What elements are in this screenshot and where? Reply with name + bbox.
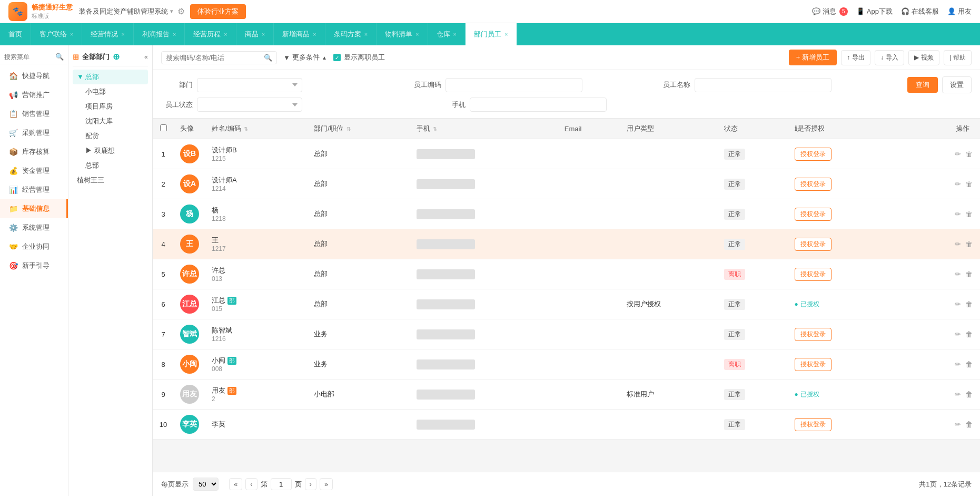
tab-close-icon[interactable]: × (504, 31, 508, 37)
edit-button[interactable]: ✏ (955, 150, 961, 158)
page-size-select[interactable]: 50 (193, 478, 219, 491)
nav-tab-部门员工[interactable]: 部门员工× (466, 23, 517, 45)
message-btn[interactable]: 💬 消息 5 (812, 7, 848, 16)
edit-button[interactable]: ✏ (955, 210, 961, 218)
tab-close-icon[interactable]: × (224, 31, 227, 37)
dept-item-all[interactable]: ▼ 总部 (73, 70, 148, 84)
dept-item-shenyang[interactable]: 沈阳大库 (81, 114, 148, 129)
dept-item-zongbu[interactable]: 总部 (81, 158, 148, 173)
set-button[interactable]: 设置 (942, 76, 972, 93)
more-filter-btn[interactable]: ▼ 更多条件 ▲ (283, 53, 327, 62)
sidebar-item-basic[interactable]: 📁基础信息 (0, 199, 68, 218)
delete-button[interactable]: 🗑 (965, 330, 973, 338)
dept-item-project[interactable]: 项目库房 (81, 99, 148, 114)
sidebar-item-quick-nav[interactable]: 🏠快捷导航 (0, 66, 68, 85)
query-button[interactable]: 查询 (907, 77, 938, 93)
sidebar-item-marketing[interactable]: 📢营销推广 (0, 85, 68, 104)
nav-tab-经营历程[interactable]: 经营历程× (185, 23, 236, 45)
dept-item-peihuo[interactable]: 配货 (81, 129, 148, 143)
delete-button[interactable]: 🗑 (965, 150, 973, 158)
edit-button[interactable]: ✏ (955, 270, 961, 278)
emp-code-input[interactable] (446, 78, 582, 92)
name-sort-icon[interactable]: ⇅ (244, 126, 248, 132)
title-dropdown-icon[interactable]: ▾ (170, 8, 173, 15)
delete-button[interactable]: 🗑 (965, 420, 973, 429)
nav-tab-首页[interactable]: 首页 (0, 23, 31, 45)
delete-button[interactable]: 🗑 (965, 210, 973, 218)
tab-close-icon[interactable]: × (415, 31, 419, 37)
edit-button[interactable]: ✏ (955, 390, 961, 398)
sidebar-item-system[interactable]: ⚙️系统管理 (0, 218, 68, 237)
search-input[interactable] (166, 54, 261, 62)
app-download-btn[interactable]: 📱 App下载 (856, 7, 893, 16)
tab-close-icon[interactable]: × (364, 31, 368, 37)
prev-page-btn[interactable]: ‹ (245, 478, 257, 490)
show-resigned-checkbox[interactable]: ✓ (333, 54, 341, 61)
auth-btn[interactable]: 授权登录 (795, 238, 831, 251)
auth-btn[interactable]: 授权登录 (795, 358, 831, 371)
edit-button[interactable]: ✏ (955, 240, 961, 248)
delete-button[interactable]: 🗑 (965, 180, 973, 188)
dept-tree-add-icon[interactable]: ⊕ (113, 52, 120, 62)
sidebar-item-guide[interactable]: 🎯新手引导 (0, 256, 68, 275)
nav-tab-利润报告[interactable]: 利润报告× (134, 23, 185, 45)
edit-button[interactable]: ✏ (955, 330, 961, 338)
sidebar-item-collab[interactable]: 🤝企业协同 (0, 237, 68, 256)
export-button[interactable]: ↑ 导出 (841, 50, 870, 65)
auth-btn[interactable]: 授权登录 (795, 178, 831, 191)
tab-close-icon[interactable]: × (121, 31, 124, 37)
edit-button[interactable]: ✏ (955, 180, 961, 188)
select-all-checkbox[interactable] (160, 124, 167, 131)
tab-close-icon[interactable]: × (453, 31, 457, 37)
gear-icon[interactable]: ⚙ (177, 6, 185, 16)
nav-tab-经营情况[interactable]: 经营情况× (82, 23, 133, 45)
emp-name-input[interactable] (695, 78, 831, 92)
nav-tab-条码方案[interactable]: 条码方案× (325, 23, 377, 45)
dept-item-xiaodian[interactable]: 小电部 (81, 84, 148, 99)
auth-btn[interactable]: 授权登录 (795, 268, 831, 281)
auth-btn[interactable]: 授权登录 (795, 328, 831, 341)
import-button[interactable]: ↓ 导入 (875, 50, 904, 65)
auth-btn[interactable]: 授权登录 (795, 208, 831, 221)
tab-close-icon[interactable]: × (313, 31, 316, 37)
delete-button[interactable]: 🗑 (965, 390, 973, 398)
nav-tab-物料清单[interactable]: 物料清单× (377, 23, 428, 45)
auth-btn[interactable]: 授权登录 (795, 418, 831, 431)
dept-filter-select[interactable] (197, 78, 302, 92)
try-button[interactable]: 体验行业方案 (190, 4, 246, 19)
user-btn[interactable]: 👤 用友 (947, 7, 972, 16)
sidebar-item-finance[interactable]: 💰资金管理 (0, 161, 68, 180)
sidebar-item-sales[interactable]: 📋销售管理 (0, 104, 68, 123)
search-menu-input[interactable] (4, 53, 52, 61)
help-button[interactable]: | 帮助 (944, 50, 972, 65)
nav-tab-客户联络[interactable]: 客户联络× (31, 23, 82, 45)
phone-sort-icon[interactable]: ⇅ (433, 126, 437, 132)
edit-button[interactable]: ✏ (955, 300, 961, 308)
nav-tab-新增商品[interactable]: 新增商品× (274, 23, 325, 45)
delete-button[interactable]: 🗑 (965, 360, 973, 368)
emp-status-select[interactable] (197, 98, 302, 112)
phone-input[interactable] (470, 98, 607, 112)
delete-button[interactable]: 🗑 (965, 270, 973, 278)
dept-item-shuanglu[interactable]: ▶ 双鹿想 (81, 143, 148, 158)
next-page-btn[interactable]: › (305, 478, 316, 490)
page-input[interactable] (271, 478, 292, 490)
tab-close-icon[interactable]: × (173, 31, 176, 37)
first-page-btn[interactable]: « (229, 478, 242, 490)
last-page-btn[interactable]: » (320, 478, 333, 490)
delete-button[interactable]: 🗑 (965, 300, 973, 308)
tab-close-icon[interactable]: × (70, 31, 73, 37)
dept-item-zhishu[interactable]: 植树王三 (73, 173, 148, 188)
auth-btn[interactable]: 授权登录 (795, 148, 831, 161)
service-btn[interactable]: 🎧 在线客服 (901, 7, 939, 16)
view-button[interactable]: ▶ 视频 (908, 50, 939, 65)
delete-button[interactable]: 🗑 (965, 240, 973, 248)
sidebar-item-operations[interactable]: 📊经营管理 (0, 180, 68, 199)
dept-sort-icon[interactable]: ⇅ (347, 126, 351, 132)
dept-tree-collapse-btn[interactable]: « (144, 53, 148, 61)
sidebar-item-purchase[interactable]: 🛒采购管理 (0, 123, 68, 142)
nav-tab-商品[interactable]: 商品× (236, 23, 274, 45)
tab-close-icon[interactable]: × (262, 31, 265, 37)
add-employee-button[interactable]: + 新增员工 (789, 50, 837, 65)
nav-tab-仓库[interactable]: 仓库× (428, 23, 466, 45)
